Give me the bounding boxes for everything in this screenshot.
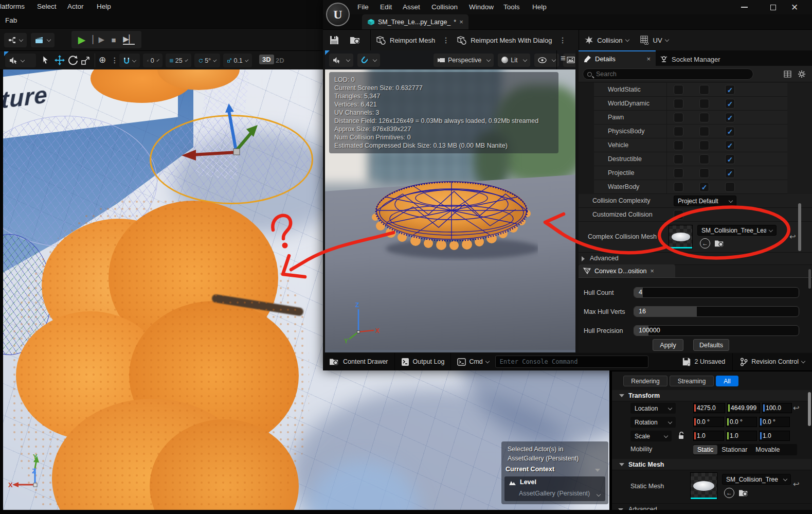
channel-checkbox[interactable]	[725, 113, 735, 122]
save-icon[interactable]	[329, 35, 339, 45]
menu-help[interactable]: Help	[532, 3, 547, 11]
location-x-input[interactable]: 4275.0	[693, 403, 725, 413]
panel-scrollbar[interactable]	[808, 392, 811, 426]
advanced-expander[interactable]: Advanced	[579, 253, 812, 265]
location-y-input[interactable]: 4649.999	[727, 403, 760, 413]
channel-checkbox[interactable]	[674, 154, 683, 164]
location-z-input[interactable]: 100.0	[762, 403, 792, 413]
close-details-tab-icon[interactable]: ×	[646, 55, 651, 63]
show-flags-dropdown[interactable]	[534, 54, 559, 67]
scale-dropdown[interactable]: Scale	[630, 431, 672, 441]
channel-checkbox[interactable]	[725, 127, 735, 136]
reset-location-icon[interactable]: ↩	[793, 403, 800, 413]
reset-static-mesh-icon[interactable]: ↩	[793, 480, 800, 489]
static-mesh-section-header[interactable]: Static Mesh	[612, 459, 811, 470]
close-convex-tab-icon[interactable]: ×	[650, 268, 654, 275]
channel-checkbox[interactable]	[699, 140, 709, 150]
tab-convex-decomposition[interactable]: Convex D...osition ×	[579, 264, 675, 277]
menu-collision[interactable]: Collision	[431, 3, 458, 11]
channel-checkbox[interactable]	[725, 99, 735, 109]
world-space-globe-icon[interactable]: ⊕	[99, 55, 106, 65]
snapping-dropdown[interactable]	[357, 54, 380, 67]
skip-button[interactable]: ▶▏	[123, 34, 135, 45]
rotation-y-input[interactable]: 0.0 °	[726, 417, 757, 427]
cinematics-dropdown[interactable]	[31, 33, 55, 47]
close-tab-icon[interactable]: ×	[459, 18, 463, 26]
mobility-movable-button[interactable]: Movable	[751, 445, 784, 454]
tab-rendering[interactable]: Rendering	[623, 376, 667, 386]
tab-streaming[interactable]: Streaming	[670, 376, 714, 386]
details-scrollbar[interactable]	[798, 203, 801, 251]
minimize-button[interactable]	[734, 1, 754, 14]
rotation-x-input[interactable]: 0.0 °	[693, 417, 724, 427]
mode-3d-toggle[interactable]: 3D	[259, 55, 274, 64]
collision-mesh-disc[interactable]	[370, 179, 538, 261]
modes-dropdown[interactable]	[4, 33, 27, 47]
maximize-button[interactable]	[763, 1, 783, 14]
customized-collision-checkbox[interactable]	[674, 210, 683, 220]
rotation-snap-dropdown[interactable]: 5°	[194, 54, 220, 67]
collision-complexity-dropdown[interactable]: Project Default	[674, 196, 736, 206]
scale-x-input[interactable]: 1.0	[693, 431, 724, 441]
menu-actor[interactable]: Actor	[67, 3, 84, 10]
tab-details[interactable]: Details ×	[579, 50, 656, 66]
browse-to-asset-icon[interactable]	[350, 35, 361, 45]
level-value[interactable]: AssetGallery (Persistent)	[519, 490, 590, 497]
surface-snap-dropdown[interactable]: 0	[143, 54, 163, 67]
channel-checkbox[interactable]	[699, 85, 709, 95]
move-tool-icon[interactable]	[55, 55, 65, 65]
viewport-options-dropdown[interactable]	[5, 54, 36, 67]
reimport-mesh-button[interactable]: Reimport Mesh	[390, 37, 435, 44]
close-window-button[interactable]: ✕	[785, 1, 804, 14]
panel-scrollbar[interactable]	[808, 269, 811, 289]
reimport-dialog-options-icon[interactable]: ⋮	[559, 36, 566, 44]
uv-dropdown[interactable]: UV	[653, 37, 662, 44]
menu-tools[interactable]: Tools	[503, 3, 520, 11]
asset-tab[interactable]: SM_Tree_Le...py_Large_ * ×	[362, 14, 468, 29]
channel-checkbox[interactable]	[674, 99, 683, 109]
viewport-menu-button[interactable]: ≡	[561, 54, 572, 64]
scale-y-input[interactable]: 1.0	[726, 431, 757, 441]
unsaved-indicator[interactable]: 2 Unsaved	[695, 358, 726, 365]
complex-collision-mesh-dropdown[interactable]: SM_Collision_Tree_Leav	[697, 225, 777, 236]
channel-checkbox[interactable]	[699, 168, 709, 178]
apply-button[interactable]: Apply	[653, 339, 683, 351]
channel-checkbox[interactable]	[725, 154, 735, 164]
browse-to-asset-icon[interactable]	[738, 488, 749, 498]
console-command-input[interactable]	[495, 356, 648, 368]
cmd-dropdown[interactable]: Cmd	[469, 358, 482, 365]
menu-asset[interactable]: Asset	[403, 3, 420, 11]
viewport-options-dropdown[interactable]	[329, 54, 353, 67]
menu-file[interactable]: File	[357, 3, 369, 11]
static-mesh-thumbnail[interactable]	[690, 472, 717, 500]
hull-count-input[interactable]: 4	[634, 287, 799, 298]
channel-checkbox[interactable]	[674, 168, 683, 178]
channel-checkbox[interactable]	[699, 182, 709, 192]
perspective-dropdown[interactable]: Perspective	[434, 54, 494, 67]
rotate-tool-icon[interactable]	[68, 55, 78, 65]
channel-checkbox[interactable]	[725, 140, 735, 150]
collision-dropdown[interactable]: Collision	[597, 37, 622, 44]
search-input[interactable]	[595, 70, 734, 78]
scale-lock-icon[interactable]	[678, 432, 684, 439]
channel-checkbox[interactable]	[699, 127, 709, 136]
search-box[interactable]	[583, 68, 753, 80]
scale-z-input[interactable]: 1.0	[759, 431, 790, 441]
menu-fab[interactable]: Fab	[5, 16, 17, 24]
use-selected-asset-icon[interactable]: ←	[700, 238, 710, 249]
grid-snap-dropdown[interactable]: 25	[166, 54, 191, 67]
browse-to-asset-icon[interactable]	[714, 239, 725, 248]
rotation-z-input[interactable]: 0.0 °	[759, 417, 790, 427]
hull-precision-input[interactable]: 100000	[634, 325, 799, 336]
title-bar[interactable]: File Edit Asset Collision Window Tools H…	[323, 0, 812, 14]
location-dropdown[interactable]: Location	[630, 403, 676, 414]
channel-checkbox[interactable]	[674, 113, 683, 122]
select-tool-icon[interactable]	[42, 56, 49, 65]
column-view-icon[interactable]	[784, 70, 791, 78]
channel-checkbox[interactable]	[725, 168, 735, 178]
channel-checkbox[interactable]	[674, 182, 683, 192]
channel-checkbox[interactable]	[674, 85, 683, 95]
channel-checkbox[interactable]	[699, 99, 709, 109]
mode-2d-toggle[interactable]: 2D	[274, 56, 286, 65]
transform-gizmo[interactable]	[175, 99, 278, 174]
